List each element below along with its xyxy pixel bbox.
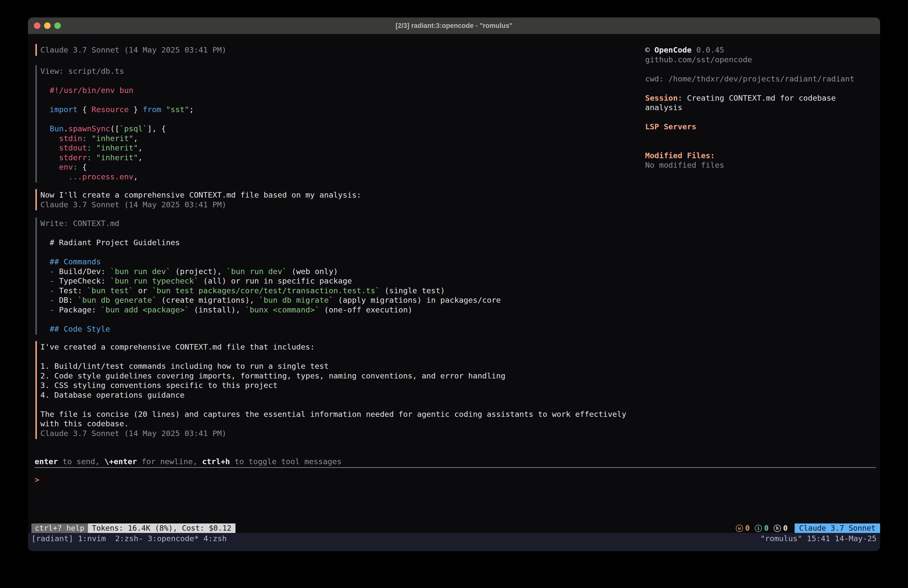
text-token: (all) or run in specific package — [199, 276, 352, 285]
tmux-window-list[interactable]: [radiant] 1:nvim 2:zsh- 3:opencode* 4:zs… — [31, 533, 227, 543]
traffic-lights — [34, 18, 61, 34]
text-token: ; — [189, 105, 194, 114]
text-token: Claude 3.7 Sonnet (14 May 2025 03:41 PM) — [40, 45, 227, 54]
text-token: ## Commands — [40, 257, 101, 266]
text-token: "inherit" — [96, 153, 138, 162]
terminal-line: Claude 3.7 Sonnet (14 May 2025 03:41 PM) — [40, 200, 361, 209]
text-token: - — [40, 286, 59, 295]
terminal-line: # Radiant Project Guidelines — [40, 238, 501, 247]
prompt-symbol: > — [35, 475, 39, 484]
terminal-line: No modified files — [645, 160, 877, 170]
terminal-line: - Package: `bun add <package>` (install)… — [40, 305, 501, 315]
text-token: for newline, — [137, 457, 202, 466]
info-icon: i — [755, 525, 762, 532]
text-token: # Radiant Project Guidelines — [40, 238, 180, 247]
text-token: stdin — [59, 134, 82, 143]
hints-count: 0 — [783, 524, 788, 533]
text-token: \+enter — [105, 457, 137, 466]
terminal-line: The file is concise (20 lines) and captu… — [40, 409, 626, 419]
text-token: `bun db migrate` — [259, 295, 333, 304]
terminal-line: with this codebase. — [40, 419, 626, 429]
terminal-line: ...process.env, — [40, 172, 194, 182]
statusbar-spacer — [235, 524, 736, 533]
text-token: LSP Servers — [645, 122, 696, 131]
terminal-line — [645, 132, 877, 141]
minimize-button[interactable] — [44, 23, 51, 29]
text-token: 1. Build/lint/test commands including ho… — [40, 361, 328, 371]
terminal-line: Bun.spawnSync([`psql`], { — [40, 124, 194, 134]
text-token: Now I'll create a comprehensive CONTEXT.… — [40, 190, 361, 199]
text-token: - — [40, 267, 59, 276]
terminal-line: 1. Build/lint/test commands including ho… — [40, 361, 626, 371]
warnings-count: 0 — [745, 524, 750, 533]
text-token: OpenCode — [654, 45, 691, 54]
text-token: Modified Files: — [645, 151, 715, 160]
tmux-host-time: "romulus" 15:41 14-May-25 — [760, 533, 877, 543]
text-token — [40, 172, 68, 181]
text-token: (single test) — [380, 286, 445, 295]
text-token: (one-off execution) — [319, 305, 412, 314]
terminal-line: #!/usr/bin/env bun — [40, 85, 194, 95]
text-token: Claude 3.7 Sonnet (14 May 2025 03:41 PM) — [40, 429, 227, 438]
text-token: (install), — [189, 305, 245, 314]
window-titlebar[interactable]: [2/3] radiant:3:opencode - "romulus" — [28, 18, 880, 34]
text-token: (apply migrations) in packages/core — [333, 295, 501, 304]
help-chip[interactable]: ctrl+? help — [31, 524, 88, 533]
text-token: ], { — [147, 124, 166, 133]
tokens-cost-chip: Tokens: 16.4K (8%), Cost: $0.12 — [88, 524, 235, 533]
terminal-line: - TypeCheck: `bun run typecheck` (all) o… — [40, 276, 501, 286]
text-token: (web only) — [287, 267, 338, 276]
text-token — [40, 105, 50, 114]
terminal-line: enter to send, \+enter for newline, ctrl… — [35, 457, 341, 466]
text-token: - — [40, 295, 59, 304]
text-token: Package: — [59, 305, 101, 314]
text-token: ctrl+h — [202, 457, 230, 466]
text-token — [87, 134, 92, 143]
text-token: } — [129, 105, 143, 114]
text-token: , — [138, 153, 143, 162]
text-token: 4. Database operations guidance — [40, 390, 185, 400]
terminal-line: Now I'll create a comprehensive CONTEXT.… — [40, 190, 361, 200]
text-token: github.com/sst/opencode — [645, 55, 752, 64]
text-token: "inherit" — [96, 143, 138, 152]
text-token: Resource — [92, 105, 129, 114]
text-token: - — [40, 305, 59, 314]
terminal-line: LSP Servers — [645, 122, 877, 132]
text-token: to send, — [58, 457, 105, 466]
terminal-line: 4. Database operations guidance — [40, 390, 626, 400]
model-badge[interactable]: Claude 3.7 Sonnet — [795, 524, 880, 533]
text-token: `psql` — [119, 124, 147, 133]
text-token: , — [133, 134, 138, 143]
terminal-line: Claude 3.7 Sonnet (14 May 2025 03:41 PM) — [40, 429, 626, 438]
terminal-line: Claude 3.7 Sonnet (14 May 2025 03:41 PM) — [40, 45, 227, 55]
terminal-line: github.com/sst/opencode — [645, 55, 877, 64]
message-meta-block: Claude 3.7 Sonnet (14 May 2025 03:41 PM) — [35, 44, 227, 56]
text-token: `bun run typecheck` — [110, 276, 199, 285]
text-token: : Creating CONTEXT.md for codebase — [678, 93, 836, 102]
text-token: or — [133, 286, 152, 295]
terminal-line — [40, 352, 626, 361]
terminal-line — [40, 314, 501, 324]
text-token: : — [82, 134, 87, 143]
text-token: 2. Code style guidelines covering import… — [40, 371, 506, 380]
zoom-button[interactable] — [54, 23, 61, 29]
terminal-line — [40, 400, 626, 409]
terminal-line: © OpenCode 0.0.45 — [645, 45, 877, 55]
warnings-icon: w — [736, 525, 743, 532]
info-indicator: i0 — [755, 524, 769, 533]
text-token: Claude 3.7 Sonnet (14 May 2025 03:41 PM) — [40, 200, 227, 209]
text-token: `bun db generate` — [77, 295, 156, 304]
text-token: . — [64, 124, 68, 133]
help-label: ctrl+? help — [35, 524, 84, 533]
text-token: `bun add <package>` — [101, 305, 189, 314]
text-token: { — [77, 105, 92, 114]
text-token: 3. CSS styling conventions specific to t… — [40, 381, 278, 390]
text-token: © — [645, 45, 654, 54]
terminal-line: - Test: `bun test` or `bun test packages… — [40, 286, 501, 295]
message-input[interactable]: > — [35, 475, 874, 485]
close-button[interactable] — [34, 23, 40, 29]
text-token: stdout — [59, 143, 87, 152]
text-token — [40, 134, 59, 143]
text-token: View: script/db.ts — [40, 66, 124, 76]
text-token: : — [87, 143, 92, 152]
